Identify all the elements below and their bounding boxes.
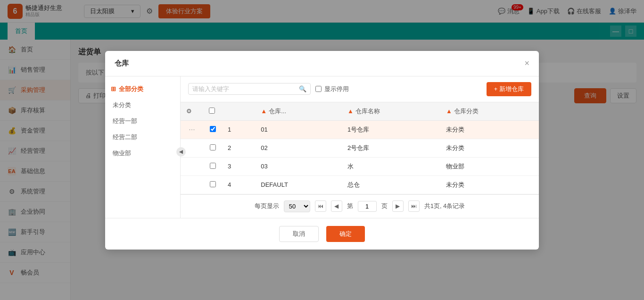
page-number-input[interactable]	[358, 201, 377, 212]
row-category-0: 未分类	[440, 120, 539, 139]
grid-icon: ⊞	[111, 85, 116, 92]
modal-sidebar-item-uncategorized[interactable]: 未分类	[105, 97, 180, 113]
show-disabled-label: 显示停用	[324, 85, 349, 93]
row-code-0: 01	[255, 120, 342, 139]
row-code-2: 03	[255, 157, 342, 175]
th-settings[interactable]: ⚙	[181, 102, 203, 121]
modal-close-button[interactable]: ×	[524, 58, 529, 68]
modal-sidebar-all[interactable]: ⊞ 全部分类 ◀	[105, 81, 180, 97]
search-icon: 🔍	[299, 85, 306, 92]
row-category-3: 未分类	[440, 175, 539, 194]
th-checkbox	[203, 102, 222, 121]
row-checkbox-1[interactable]	[210, 144, 216, 150]
row-category-1: 未分类	[440, 139, 539, 157]
row-checkbox-cell-2	[203, 157, 222, 175]
row-name-1: 2号仓库	[342, 139, 440, 157]
modal-sidebar-all-label: 全部分类	[119, 85, 143, 93]
modal-table-wrap: ⚙ ▲ 仓库...	[181, 102, 539, 194]
modal-pagination: 每页显示 50 20 100 ⏮ ◀ 第 页 ▶ ⏭ 共1页, 4条记录	[181, 194, 539, 218]
search-input-wrap: 🔍	[188, 83, 311, 95]
row-checkbox-3[interactable]	[210, 181, 216, 187]
page-unit: 页	[381, 202, 388, 210]
row-no-3: 4	[222, 175, 255, 194]
row-checkbox-cell-3	[203, 175, 222, 194]
next-page-button[interactable]: ▶	[392, 200, 404, 212]
modal-content: 🔍 显示停用 + 新增仓库 ⚙	[181, 76, 539, 218]
page-size-label: 每页显示	[255, 202, 279, 210]
row-no-0: 1	[222, 120, 255, 139]
th-category-icon: ▲	[446, 108, 452, 115]
modal-title: 仓库	[115, 59, 129, 68]
row-code-1: 02	[255, 139, 342, 157]
page-size-select[interactable]: 50 20 100	[284, 200, 310, 212]
row-name-2: 水	[342, 157, 440, 175]
modal-toolbar: 🔍 显示停用 + 新增仓库	[181, 76, 539, 102]
th-code-icon: ▲	[261, 108, 267, 115]
table-body: ··· 1 01 1号仓库 未分类 2 02 2号仓库 未分类	[181, 120, 539, 194]
row-code-3: DEFAULT	[255, 175, 342, 194]
row-no-2: 3	[222, 157, 255, 175]
row-action-3[interactable]	[181, 175, 203, 194]
confirm-button[interactable]: 确定	[326, 226, 365, 242]
modal-sidebar: ⊞ 全部分类 ◀ 未分类 经营一部 经营二部 物业部	[105, 76, 181, 218]
modal-sidebar-item-ops2[interactable]: 经营二部	[105, 129, 180, 145]
row-action-2[interactable]	[181, 157, 203, 175]
table-row[interactable]: 4 DEFAULT 总仓 未分类	[181, 175, 539, 194]
modal-header: 仓库 ×	[105, 51, 539, 76]
row-no-1: 2	[222, 139, 255, 157]
th-name-icon: ▲	[347, 108, 354, 115]
search-input[interactable]	[192, 85, 296, 92]
table-row[interactable]: ··· 1 01 1号仓库 未分类	[181, 120, 539, 139]
row-checkbox-cell-1	[203, 139, 222, 157]
add-warehouse-button[interactable]: + 新增仓库	[487, 82, 531, 96]
row-checkbox-0[interactable]	[210, 126, 216, 132]
row-category-2: 物业部	[440, 157, 539, 175]
row-name-3: 总仓	[342, 175, 440, 194]
show-disabled-wrap: 显示停用	[315, 85, 349, 93]
cancel-button[interactable]: 取消	[279, 226, 319, 242]
prev-page-button[interactable]: ◀	[331, 200, 342, 212]
row-action-0[interactable]: ···	[181, 120, 203, 139]
warehouse-table: ⚙ ▲ 仓库...	[181, 102, 539, 194]
modal-sidebar-item-ops1[interactable]: 经营一部	[105, 113, 180, 129]
warehouse-modal: 仓库 × ⊞ 全部分类 ◀ 未分类 经营一部 经营二部 物业部	[105, 51, 539, 250]
row-dots-icon-0[interactable]: ···	[189, 125, 195, 133]
row-checkbox-2[interactable]	[210, 163, 216, 169]
row-name-0: 1号仓库	[342, 120, 440, 139]
first-page-button[interactable]: ⏮	[315, 200, 326, 212]
table-header-row: ⚙ ▲ 仓库...	[181, 102, 539, 121]
page-word: 第	[347, 202, 353, 210]
modal-footer: 取消 确定	[105, 218, 539, 250]
th-category[interactable]: ▲ 仓库分类	[440, 102, 539, 121]
th-code[interactable]: ▲ 仓库...	[255, 102, 342, 121]
row-checkbox-cell-0	[203, 120, 222, 139]
th-name[interactable]: ▲ 仓库名称	[342, 102, 440, 121]
last-page-button[interactable]: ⏭	[408, 200, 420, 212]
modal-overlay: 仓库 × ⊞ 全部分类 ◀ 未分类 经营一部 经营二部 物业部	[0, 0, 644, 300]
show-disabled-checkbox[interactable]	[315, 86, 322, 92]
sidebar-collapse-button[interactable]: ◀	[176, 147, 186, 157]
total-info: 共1页, 4条记录	[424, 202, 465, 210]
th-no	[222, 102, 255, 121]
modal-sidebar-item-property[interactable]: 物业部	[105, 145, 180, 161]
modal-body: ⊞ 全部分类 ◀ 未分类 经营一部 经营二部 物业部 🔍	[105, 76, 539, 218]
table-row[interactable]: 3 03 水 物业部	[181, 157, 539, 175]
table-row[interactable]: 2 02 2号仓库 未分类	[181, 139, 539, 157]
select-all-checkbox[interactable]	[209, 108, 215, 114]
